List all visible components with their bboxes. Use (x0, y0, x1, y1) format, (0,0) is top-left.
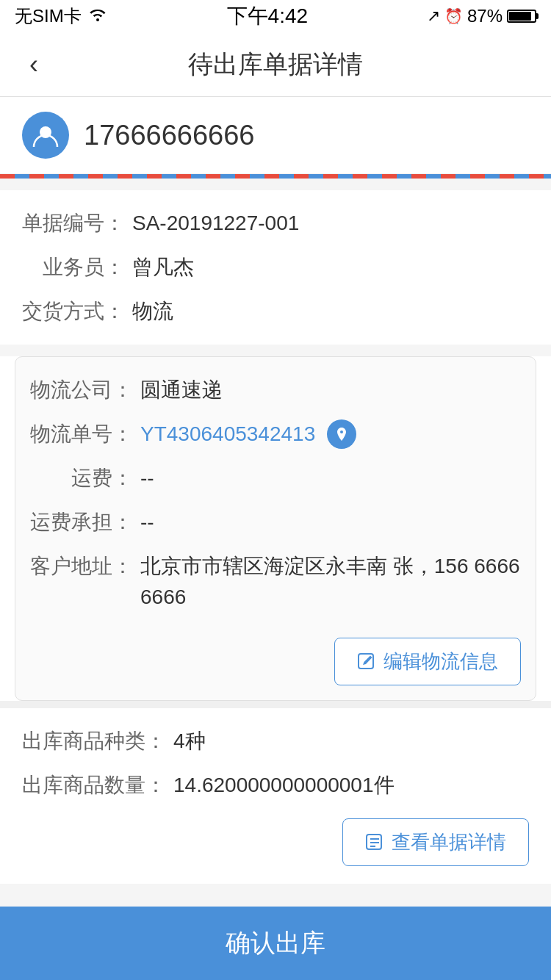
battery-percent: 87% (467, 6, 503, 26)
goods-quantity-label: 出库商品数量： (22, 770, 166, 801)
customer-phone: 17666666666 (84, 120, 254, 151)
goods-quantity-row: 出库商品数量： 14.620000000000001件 (22, 770, 529, 801)
sales-person-label: 业务员： (22, 252, 125, 283)
network-label: 无SIM卡 (15, 4, 82, 28)
goods-types-label: 出库商品种类： (22, 726, 166, 757)
tracking-label: 物流单号： (30, 419, 133, 450)
view-detail-button[interactable]: 查看单据详情 (342, 818, 529, 866)
goods-section: 出库商品种类： 4种 出库商品数量： 14.620000000000001件 (0, 708, 551, 818)
freight-bear-value: -- (140, 507, 521, 538)
logistics-company-label: 物流公司： (30, 375, 133, 406)
nav-bar: ‹ 待出库单据详情 (0, 32, 551, 97)
confirm-button-label: 确认出库 (226, 926, 325, 960)
freight-bear-row: 运费承担： -- (30, 507, 521, 538)
section-separator (0, 701, 551, 708)
status-time: 下午4:42 (227, 2, 309, 30)
goods-quantity-value: 14.620000000000001件 (173, 770, 529, 801)
edit-icon (357, 652, 376, 671)
status-right: ↗ ⏰ 87% (427, 6, 536, 26)
doc-number-value: SA-20191227-001 (132, 208, 529, 239)
sales-person-value: 曾凡杰 (132, 252, 529, 283)
edit-logistics-button[interactable]: 编辑物流信息 (334, 638, 521, 685)
status-left: 无SIM卡 (15, 4, 108, 28)
list-icon (365, 833, 384, 852)
tracking-value-wrap: YT4306405342413 (140, 419, 521, 450)
wifi-icon (87, 7, 108, 26)
logistics-company-value: 圆通速递 (140, 375, 521, 406)
address-value: 北京市市辖区海淀区永丰南 张，156 6666 6666 (140, 551, 521, 613)
battery-icon (507, 10, 536, 23)
delivery-row: 交货方式： 物流 (22, 296, 529, 327)
logistics-company-row: 物流公司： 圆通速递 (30, 375, 521, 406)
address-label: 客户地址： (30, 551, 133, 582)
freight-label: 运费： (30, 463, 133, 494)
goods-types-row: 出库商品种类： 4种 (22, 726, 529, 757)
confirm-button[interactable]: 确认出库 (0, 907, 551, 980)
basic-info-section: 单据编号： SA-20191227-001 业务员： 曾凡杰 交货方式： 物流 (0, 190, 551, 345)
edit-logistics-label: 编辑物流信息 (383, 649, 498, 674)
sales-person-row: 业务员： 曾凡杰 (22, 252, 529, 283)
freight-value: -- (140, 463, 521, 494)
back-button[interactable]: ‹ (22, 42, 46, 87)
tracking-row: 物流单号： YT4306405342413 (30, 419, 521, 450)
freight-row: 运费： -- (30, 463, 521, 494)
detail-btn-wrap: 查看单据详情 (0, 818, 551, 884)
map-location-icon[interactable] (327, 419, 356, 449)
location-status-icon: ↗ (427, 7, 440, 26)
page-title: 待出库单据详情 (188, 48, 363, 82)
avatar (22, 112, 69, 159)
dashed-divider (0, 174, 551, 179)
goods-types-value: 4种 (173, 726, 529, 757)
battery-fill (509, 12, 531, 21)
alarm-icon: ⏰ (444, 7, 463, 25)
status-bar: 无SIM卡 下午4:42 ↗ ⏰ 87% (0, 0, 551, 32)
person-icon (32, 122, 59, 148)
delivery-value: 物流 (132, 296, 529, 327)
view-detail-label: 查看单据详情 (392, 829, 506, 855)
doc-number-row: 单据编号： SA-20191227-001 (22, 208, 529, 239)
edit-logistics-wrap: 编辑物流信息 (30, 626, 521, 700)
logistics-card: 物流公司： 圆通速递 物流单号： YT4306405342413 运费： -- (15, 356, 536, 701)
address-row: 客户地址： 北京市市辖区海淀区永丰南 张，156 6666 6666 (30, 551, 521, 613)
delivery-label: 交货方式： (22, 296, 125, 327)
customer-header: 17666666666 (0, 97, 551, 174)
doc-number-label: 单据编号： (22, 208, 125, 239)
tracking-number: YT4306405342413 (140, 419, 315, 450)
freight-bear-label: 运费承担： (30, 507, 133, 538)
